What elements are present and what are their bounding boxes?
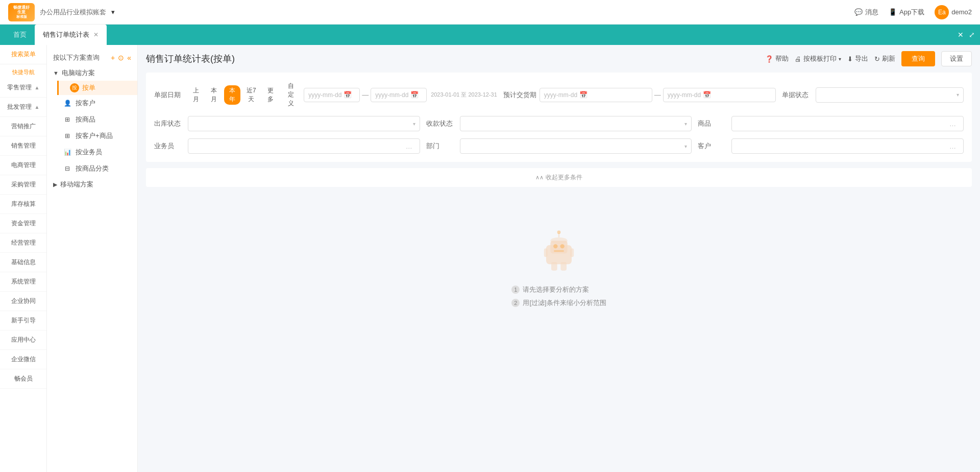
filter-department-col: 部门 ▾: [426, 138, 692, 154]
sidebar-item-sales[interactable]: 销售管理: [0, 136, 46, 156]
filter-payment-col: 收款状态 ▾: [426, 116, 692, 131]
scheme-by-salesperson[interactable]: 📊 按业务员: [57, 144, 137, 160]
sidebar-item-finance[interactable]: 资金管理: [0, 214, 46, 233]
query-button[interactable]: 查询: [901, 51, 935, 66]
ship-dropdown-icon: ▾: [413, 121, 415, 127]
filter-ship-col: 出库状态 ▾: [154, 116, 420, 131]
tabbar-actions: ✕ ⤢: [958, 31, 980, 39]
panel-section-pc[interactable]: ▼ 电脑端方案: [47, 65, 137, 81]
exp-calendar-end-icon: 📅: [703, 91, 711, 99]
sidebar-item-retail[interactable]: 零售管理 ▲: [0, 78, 46, 98]
settings-scheme-icon[interactable]: ⊙: [118, 54, 124, 62]
salesperson-select[interactable]: …: [188, 138, 420, 154]
tab-sales-report[interactable]: 销售订单统计表 ✕: [35, 25, 107, 45]
scheme-by-customer[interactable]: 👤 按客户: [57, 95, 137, 111]
customer-select[interactable]: …: [731, 138, 964, 154]
expected-date-label: 预计交货期: [503, 90, 536, 100]
scheme-active-indicator: 按: [70, 83, 79, 92]
order-status-select[interactable]: ▾: [816, 87, 964, 103]
filter-salesperson-col: 业务员 …: [154, 138, 420, 154]
empty-tip-1: 1 请先选择要分析的方案: [511, 285, 606, 294]
chevron-icon: ▲: [35, 85, 40, 90]
person-icon: 👤: [63, 99, 71, 107]
payment-status-select[interactable]: ▾: [460, 116, 692, 131]
order-status-label: 单据状态: [782, 90, 813, 100]
empty-tip-2: 2 用[过滤]条件来缩小分析范围: [511, 298, 606, 308]
user-menu[interactable]: Ea demo2: [935, 5, 972, 19]
expand-arrow2-icon: ▶: [53, 181, 57, 188]
message-btn[interactable]: 💬 消息: [854, 8, 878, 17]
topbar-dropdown[interactable]: ▾: [111, 8, 115, 16]
download-icon: 📱: [889, 8, 897, 16]
sidebar-item-system[interactable]: 系统管理: [0, 272, 46, 292]
customer-more-icon[interactable]: …: [946, 143, 959, 150]
salesperson-more-icon[interactable]: …: [403, 143, 415, 150]
expected-date-start-input[interactable]: yyyy-mm-dd 📅: [540, 88, 652, 102]
sidebar-item-wechat[interactable]: 企业微信: [0, 350, 46, 369]
export-icon: ⬇: [847, 55, 853, 63]
date-start-input[interactable]: yyyy-mm-dd 📅: [304, 88, 360, 102]
product-label: 商品: [698, 119, 728, 128]
help-btn[interactable]: ❓ 帮助: [765, 54, 789, 63]
department-label: 部门: [426, 141, 457, 151]
grid-icon: ⊞: [63, 115, 71, 124]
app-download-btn[interactable]: 📱 App下载: [889, 8, 924, 17]
topbar-left: 畅捷通好 生意 标准版 办公用品行业模拟账套 ▾: [8, 3, 115, 21]
customer-label: 客户: [698, 141, 728, 151]
sidebar-item-wholesale[interactable]: 批发管理 ▲: [0, 98, 46, 117]
help-icon: ❓: [765, 55, 773, 63]
date-btn-more[interactable]: 更多: [262, 85, 279, 105]
refresh-btn[interactable]: ↻ 刷新: [874, 54, 895, 63]
scheme-by-category[interactable]: ⊟ 按商品分类: [57, 160, 137, 177]
main-layout: 搜索菜单 快捷导航 零售管理 ▲ 批发管理 ▲ 营销推广 销售管理 电商管理 采…: [0, 45, 980, 472]
department-select[interactable]: ▾: [460, 138, 692, 154]
date-btn-this-year[interactable]: 本年: [224, 85, 240, 105]
sidebar-item-enterprise[interactable]: 企业协同: [0, 292, 46, 311]
sidebar-item-basics[interactable]: 基础信息: [0, 253, 46, 272]
collapse-bar[interactable]: ∧∧ 收起更多条件: [146, 168, 972, 187]
sidebar-item-operations[interactable]: 经营管理: [0, 233, 46, 253]
avatar: Ea: [935, 5, 949, 19]
scheme-by-cust-prod[interactable]: ⊞ 按客户+商品: [57, 128, 137, 144]
add-scheme-icon[interactable]: +: [111, 54, 115, 62]
tab-maximize-icon[interactable]: ⤢: [969, 31, 975, 39]
scheme-by-product[interactable]: ⊞ 按商品: [57, 111, 137, 128]
left-panel: 按以下方案查询 + ⊙ « ▼ 电脑端方案 按 按单 👤: [47, 45, 138, 472]
sidebar-nav-title[interactable]: 快捷导航: [0, 64, 46, 78]
product-select[interactable]: …: [731, 116, 964, 131]
setting-button[interactable]: 设置: [941, 51, 972, 66]
panel-section-mobile[interactable]: ▶ 移动端方案: [47, 177, 137, 192]
date-btn-custom[interactable]: 自定义: [281, 81, 301, 109]
date-btn-last7[interactable]: 近7天: [242, 85, 261, 105]
sidebar-item-member[interactable]: 畅会员: [0, 369, 46, 389]
date-btn-this-month[interactable]: 本月: [206, 85, 223, 105]
print-btn[interactable]: 🖨 按模板打印 ▾: [795, 54, 841, 63]
collapse-panel-icon[interactable]: «: [127, 54, 131, 62]
scheme-by-order-selected[interactable]: 按 按单: [57, 81, 137, 95]
tab-minimize-icon[interactable]: ✕: [958, 31, 964, 39]
export-btn[interactable]: ⬇ 导出: [847, 54, 868, 63]
date-btn-last-month[interactable]: 上月: [188, 85, 204, 105]
date-quick-buttons: 上月 本月 本年 近7天 更多 自定义: [188, 81, 301, 109]
tab-home[interactable]: 首页: [5, 25, 35, 45]
sidebar-search[interactable]: 搜索菜单: [0, 45, 46, 64]
product-more-icon[interactable]: …: [946, 120, 959, 128]
sidebar-item-purchase[interactable]: 采购管理: [0, 175, 46, 195]
filter-expected-date-col: 预计交货期 yyyy-mm-dd 📅 — yyyy-mm-dd 📅: [503, 88, 776, 102]
right-panel: 销售订单统计表(按单) ❓ 帮助 🖨 按模板打印 ▾ ⬇ 导出: [138, 45, 980, 472]
filter-customer-col: 客户 …: [698, 138, 964, 154]
expected-date-end-input[interactable]: yyyy-mm-dd 📅: [663, 88, 776, 102]
sidebar-item-ecommerce[interactable]: 电商管理: [0, 156, 46, 175]
sidebar-item-appstore[interactable]: 应用中心: [0, 331, 46, 350]
expand-arrow-icon: ▼: [53, 70, 59, 76]
date-end-input[interactable]: yyyy-mm-dd 📅: [371, 88, 427, 102]
panel-header-actions: + ⊙ «: [111, 54, 131, 62]
sidebar-item-newbie[interactable]: 新手引导: [0, 311, 46, 331]
ship-status-select[interactable]: ▾: [188, 116, 420, 131]
collapse-up-icon: ∧∧: [535, 174, 544, 181]
sidebar-item-inventory[interactable]: 库存核算: [0, 195, 46, 214]
topbar-title: 办公用品行业模拟账套: [40, 8, 106, 17]
sidebar-item-marketing[interactable]: 营销推广: [0, 117, 46, 136]
tab-close-icon[interactable]: ✕: [93, 31, 99, 38]
svg-rect-8: [560, 262, 567, 271]
